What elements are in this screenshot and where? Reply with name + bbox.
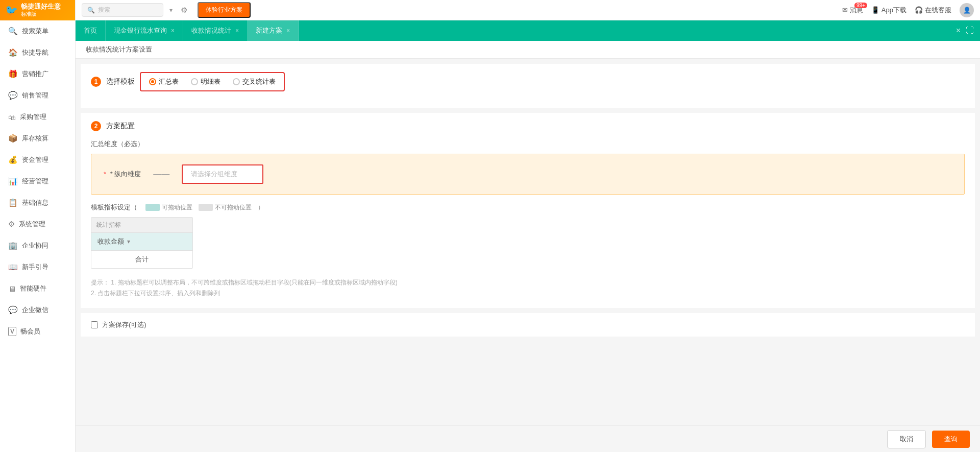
gift-icon: 🎁 [8, 69, 18, 79]
radio-detail[interactable]: 明细表 [191, 77, 220, 86]
query-button[interactable]: 查询 [932, 431, 970, 448]
cancel-button[interactable]: 取消 [887, 430, 926, 448]
message-button[interactable]: ✉ 消息 99+ [842, 6, 863, 15]
radio-detail-circle [191, 78, 198, 85]
metrics-table: 统计指标 收款金额 ▾ 合计 [91, 217, 193, 269]
page-header: 收款情况统计方案设置 [76, 41, 980, 59]
sidebar-item-enterprise[interactable]: 🏢 企业协同 [0, 235, 75, 256]
sidebar: 🐦 畅捷通好生意 标准版 🔍 搜索菜单 🏠 快捷导航 🎁 营销推广 💬 销售管理… [0, 0, 76, 452]
metrics-title-text: 模板指标设定（ [91, 203, 137, 211]
sidebar-item-hardware[interactable]: 🖥 智能硬件 [0, 278, 75, 299]
dimension-placeholder: 请选择分组维度 [191, 170, 237, 178]
headset-icon: 🎧 [915, 6, 923, 14]
sidebar-item-wechat[interactable]: 💬 企业微信 [0, 299, 75, 321]
gear-icon: ⚙ [8, 220, 15, 229]
dropdown-chevron[interactable]: ▾ [169, 7, 173, 14]
chat-icon: 💬 [8, 91, 18, 100]
step1-header: 1 选择模板 汇总表 明细表 交叉统计表 [91, 72, 965, 91]
building-icon: 🏢 [8, 241, 18, 250]
radio-cross-circle [233, 78, 240, 85]
required-star: * [104, 170, 106, 178]
metrics-legend: 可拖动位置 不可拖动位置 ） [145, 203, 264, 212]
chart-icon: 📊 [8, 177, 18, 186]
tab-home[interactable]: 首页 [76, 20, 106, 41]
sidebar-logo: 🐦 畅捷通好生意 标准版 [0, 0, 75, 20]
tabbar: 首页 现金银行流水查询 × 收款情况统计 × 新建方案 × × ⛶ [76, 20, 980, 41]
sidebar-item-newbie[interactable]: 📖 新手引导 [0, 256, 75, 278]
search-icon-top: 🔍 [87, 7, 95, 14]
sidebar-item-purchase[interactable]: 🛍 采购管理 [0, 106, 75, 128]
sidebar-item-sales[interactable]: 💬 销售管理 [0, 85, 75, 106]
sidebar-item-quick-nav[interactable]: 🏠 快捷导航 [0, 42, 75, 63]
section-template: 1 选择模板 汇总表 明细表 交叉统计表 [81, 64, 975, 108]
tab-receipt-stats[interactable]: 收款情况统计 × [183, 20, 248, 41]
tab-close-all-icon[interactable]: × [956, 26, 961, 35]
logo-name: 畅捷通好生意 [21, 3, 61, 11]
metrics-title: 模板指标设定（ [91, 203, 137, 212]
box-icon: 📦 [8, 134, 18, 143]
topbar: 🔍 搜索 ▾ ⚙ 体验行业方案 ✉ 消息 99+ 📱 App下载 🎧 在线客服 … [76, 0, 980, 20]
sidebar-label-inventory: 库存核算 [22, 134, 48, 143]
metrics-table-header[interactable]: 收款金额 ▾ [91, 233, 192, 250]
step1-title: 选择模板 [106, 77, 135, 86]
message-badge: 99+ [854, 3, 867, 8]
tab-home-label: 首页 [84, 26, 97, 35]
tab-bank-close[interactable]: × [171, 27, 175, 34]
sidebar-item-finance[interactable]: 💰 资金管理 [0, 149, 75, 171]
sidebar-item-search-menu[interactable]: 🔍 搜索菜单 [0, 20, 75, 42]
sidebar-label-member: 畅会员 [20, 327, 40, 336]
sidebar-item-marketing[interactable]: 🎁 营销推广 [0, 63, 75, 85]
tab-receipt-close[interactable]: × [235, 27, 239, 34]
section-config: 2 方案配置 汇总维度（必选） * * 纵向维度 —— 请选择分组维度 模板指标… [81, 113, 975, 308]
dimension-select[interactable]: 请选择分组维度 [182, 164, 263, 184]
app-download-button[interactable]: 📱 App下载 [871, 6, 906, 15]
radio-detail-label: 明细表 [201, 77, 220, 86]
sidebar-item-inventory[interactable]: 📦 库存核算 [0, 128, 75, 149]
sidebar-label-system: 系统管理 [19, 220, 45, 229]
fixed-label: 不可拖动位置 [215, 203, 252, 212]
online-service-button[interactable]: 🎧 在线客服 [915, 6, 951, 15]
tabbar-actions: × ⛶ [950, 20, 980, 41]
save-section: 方案保存(可选) [81, 313, 975, 337]
tab-receipt-label: 收款情况统计 [191, 26, 231, 35]
service-label: 在线客服 [925, 6, 951, 15]
sidebar-item-system[interactable]: ⚙ 系统管理 [0, 213, 75, 235]
template-radio-group: 汇总表 明细表 交叉统计表 [140, 72, 285, 91]
tab-bank[interactable]: 现金银行流水查询 × [106, 20, 183, 41]
radio-summary[interactable]: 汇总表 [149, 77, 179, 86]
tab-bank-label: 现金银行流水查询 [114, 26, 167, 35]
sidebar-label-search: 搜索菜单 [22, 27, 48, 36]
message-icon: ✉ [842, 6, 848, 14]
sidebar-label-hardware: 智能硬件 [20, 284, 46, 293]
book-icon: 📖 [8, 263, 18, 272]
tip-2: 2. 点击标题栏下拉可设置排序、插入列和删除列 [91, 289, 965, 298]
user-avatar[interactable]: 👤 [960, 3, 974, 17]
radio-cross-label: 交叉统计表 [242, 77, 276, 86]
settings-gear-icon[interactable]: ⚙ [181, 6, 187, 15]
sidebar-item-basic[interactable]: 📋 基础信息 [0, 192, 75, 213]
fixed-box [199, 204, 213, 211]
stats-indicator-label: 统计指标 [91, 218, 192, 233]
radio-summary-label: 汇总表 [159, 77, 179, 86]
dimension-area: * * 纵向维度 —— 请选择分组维度 [91, 154, 965, 195]
search-box[interactable]: 🔍 搜索 [82, 3, 163, 17]
radio-summary-circle [149, 78, 156, 85]
save-checkbox[interactable] [91, 321, 98, 328]
tab-new-plan-label: 新建方案 [256, 26, 282, 35]
tab-new-plan-close[interactable]: × [286, 27, 290, 34]
tab-new-plan[interactable]: 新建方案 × [248, 20, 299, 41]
metrics-table-row-total: 合计 [91, 250, 192, 268]
step2-num: 2 [91, 121, 101, 131]
money-icon: 💰 [8, 155, 18, 164]
home-icon: 🏠 [8, 48, 18, 57]
trial-button[interactable]: 体验行业方案 [198, 2, 251, 18]
sidebar-label-basic: 基础信息 [22, 198, 48, 207]
tab-expand-icon[interactable]: ⛶ [966, 26, 974, 35]
sidebar-item-operation[interactable]: 📊 经营管理 [0, 171, 75, 192]
wechat-icon: 💬 [8, 305, 18, 315]
radio-cross[interactable]: 交叉统计表 [233, 77, 276, 86]
monitor-icon: 🖥 [8, 284, 16, 293]
sidebar-item-member[interactable]: V 畅会员 [0, 321, 75, 342]
app-icon: 📱 [871, 6, 879, 14]
sidebar-label-finance: 资金管理 [22, 155, 48, 164]
